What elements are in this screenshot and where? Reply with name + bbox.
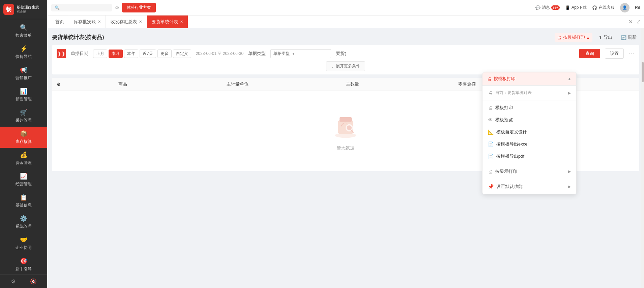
sidebar-item-basic[interactable]: 📋 基础信息 xyxy=(0,190,47,212)
chevron-up-icon: ▲ xyxy=(586,36,590,39)
message-icon: 💬 xyxy=(535,5,540,10)
sidebar-item-sales[interactable]: 📊 销售管理 xyxy=(0,84,47,105)
tab-close-icon[interactable]: ✕ xyxy=(98,20,101,24)
sidebar-item-inventory[interactable]: 📦 库存核算 xyxy=(0,127,47,148)
more-actions-icon[interactable]: ⋯ xyxy=(628,50,635,57)
collab-icon: 🤝 xyxy=(20,236,27,244)
topbar-gear-icon[interactable]: ⚙ xyxy=(115,4,119,11)
sidebar-item-label: 采购管理 xyxy=(16,118,32,123)
message-button[interactable]: 💬 消息 99+ xyxy=(535,5,560,10)
settings-button[interactable]: 设置 xyxy=(605,49,624,59)
dropdown-export-excel[interactable]: 📄 按模板导出excel xyxy=(482,138,576,150)
tab-order-stat[interactable]: 要货单统计表 ✕ xyxy=(147,15,188,28)
chevron-right-icon-3: ▶ xyxy=(568,184,571,189)
sidebar-item-search[interactable]: 🔍 搜索菜单 xyxy=(0,21,47,42)
dropdown-current-section: 🖨 当前：要货单统计表 ▶ xyxy=(482,86,576,100)
export-pdf-label: 按模板导出pdf xyxy=(496,153,571,159)
mute-icon[interactable]: 🔇 xyxy=(30,278,37,285)
main-area: 🔍 ⚙ 体验行业方案 💬 消息 99+ 📱 App下载 🎧 在线客服 👤 Rit xyxy=(47,0,644,288)
avatar[interactable]: 👤 xyxy=(620,3,630,12)
chevron-right-icon-2: ▶ xyxy=(568,169,571,174)
online-service-label: 在线客服 xyxy=(598,5,615,10)
page-content: 要货单统计表(按商品) 🖨 按模板打印 ▲ ⬆ 导出 🔄 刷新 xyxy=(47,28,644,288)
message-label: 消息 xyxy=(542,5,550,10)
print-dropdown-close-icon[interactable]: ▲ xyxy=(567,76,572,81)
date-btn-custom[interactable]: 自定义 xyxy=(173,50,191,58)
sidebar-item-operation[interactable]: 📈 经营管理 xyxy=(0,169,47,190)
date-btn-current-year[interactable]: 本年 xyxy=(124,50,138,58)
dropdown-template-preview[interactable]: 👁 模板预览 xyxy=(482,114,576,126)
export-excel-icon: 📄 xyxy=(488,141,494,147)
sidebar-item-newbie[interactable]: 🎯 新手引导 xyxy=(0,254,47,275)
th-gear[interactable]: ⚙ xyxy=(52,82,65,87)
dropdown-export-pdf[interactable]: 📄 按模板导出pdf xyxy=(482,150,576,162)
tab-close-icon[interactable]: ✕ xyxy=(139,20,142,24)
expand-icon: ⌄ xyxy=(331,64,334,69)
online-service-button[interactable]: 🎧 在线客服 xyxy=(592,5,615,10)
dropdown-display-print[interactable]: 🖨 按显示打印 ▶ xyxy=(482,165,576,178)
expand-more-conditions[interactable]: ⌄ 展开更多条件 xyxy=(326,61,365,71)
dropdown-set-default[interactable]: 📌 设置默认功能 ▶ xyxy=(482,181,576,193)
sidebar-item-label: 基础信息 xyxy=(16,202,32,208)
filter-expand-btn[interactable]: ❯❯ xyxy=(57,49,66,58)
tabbar: 首页 库存批次账 ✕ 收发存汇总表 ✕ 要货单统计表 ✕ ✕ ⤢ xyxy=(47,15,644,28)
tab-close-icon[interactable]: ✕ xyxy=(180,20,183,24)
export-button[interactable]: ⬆ 导出 xyxy=(596,33,615,42)
template-print-icon: 🖨 xyxy=(488,105,493,110)
refresh-button[interactable]: 🔄 刷新 xyxy=(618,33,639,42)
operation-icon: 📈 xyxy=(20,172,27,180)
filter-expand-icon: ❯❯ xyxy=(57,51,65,56)
scrollbar-thumb xyxy=(642,62,644,82)
dropdown-current-item[interactable]: 🖨 当前：要货单统计表 ▶ xyxy=(482,87,576,99)
template-preview-label: 模板预览 xyxy=(495,117,571,123)
tab-expand-icon[interactable]: ⤢ xyxy=(636,19,641,25)
print-template-button[interactable]: 🖨 按模板打印 ▲ xyxy=(555,33,592,42)
sidebar-item-finance[interactable]: 💰 资金管理 xyxy=(0,148,47,169)
quicknav-icon: ⚡ xyxy=(20,45,27,53)
refresh-label: 刷新 xyxy=(628,34,637,40)
tab-receipt-summary[interactable]: 收发存汇总表 ✕ xyxy=(106,15,147,28)
dropdown-template-print[interactable]: 🖨 模板打印 xyxy=(482,102,576,114)
display-print-label: 按显示打印 xyxy=(495,168,565,174)
sidebar-item-system[interactable]: ⚙️ 系统管理 xyxy=(0,212,47,233)
sidebar-item-collab[interactable]: 🤝 企业协同 xyxy=(0,233,47,254)
printer-icon: 🖨 xyxy=(557,35,562,40)
chevron-right-icon: ▶ xyxy=(568,91,571,95)
sidebar-item-label: 系统管理 xyxy=(16,224,32,229)
right-scrollbar[interactable] xyxy=(641,28,644,288)
template-design-icon: 📐 xyxy=(488,129,494,135)
app-download-button[interactable]: 📱 App下载 xyxy=(565,5,587,10)
query-button[interactable]: 查询 xyxy=(579,49,600,58)
tab-inventory-batch-label: 库存批次账 xyxy=(74,19,96,25)
tab-inventory-batch[interactable]: 库存批次账 ✕ xyxy=(69,15,106,28)
tabbar-actions: ✕ ⤢ xyxy=(628,19,641,25)
order-goods-label: 要货( xyxy=(336,51,346,57)
empty-illustration xyxy=(330,111,361,141)
date-buttons: 上月 本月 本年 近7天 更多 自定义 xyxy=(93,50,191,58)
service-icon: 🎧 xyxy=(592,5,597,10)
tab-close-all-icon[interactable]: ✕ xyxy=(628,19,633,25)
dropdown-print-items: 🖨 模板打印 👁 模板预览 📐 模板自定义设计 📄 按模板导出excel 📄 xyxy=(482,100,576,164)
sidebar-item-label: 快捷导航 xyxy=(16,54,32,60)
date-btn-current-month[interactable]: 本月 xyxy=(109,50,123,58)
settings-bottom-icon[interactable]: ⚙ xyxy=(11,278,16,285)
topbar-search[interactable]: 🔍 xyxy=(51,4,112,11)
marketing-icon: 📢 xyxy=(20,66,27,74)
trial-industry-button[interactable]: 体验行业方案 xyxy=(122,3,156,12)
order-type-select[interactable]: 单据类型 ▼ xyxy=(270,49,331,58)
dropdown-display-print-section: 🖨 按显示打印 ▶ xyxy=(482,164,576,179)
tab-home[interactable]: 首页 xyxy=(51,15,69,28)
svg-rect-2 xyxy=(340,117,352,122)
topbar-left: 🔍 ⚙ 体验行业方案 xyxy=(51,3,532,12)
chevron-down-icon: ▼ xyxy=(292,52,295,56)
sidebar-item-quicknav[interactable]: ⚡ 快捷导航 xyxy=(0,42,47,63)
dropdown-template-design[interactable]: 📐 模板自定义设计 xyxy=(482,126,576,138)
system-icon: ⚙️ xyxy=(20,215,27,222)
date-btn-7days[interactable]: 近7天 xyxy=(140,50,156,58)
sidebar-item-marketing[interactable]: 📢 营销推广 xyxy=(0,63,47,84)
date-btn-more[interactable]: 更多 xyxy=(157,50,172,58)
svg-point-4 xyxy=(347,125,352,130)
export-pdf-icon: 📄 xyxy=(488,154,494,159)
date-btn-prev-month[interactable]: 上月 xyxy=(93,50,107,58)
sidebar-item-purchase[interactable]: 🛒 采购管理 xyxy=(0,105,47,127)
